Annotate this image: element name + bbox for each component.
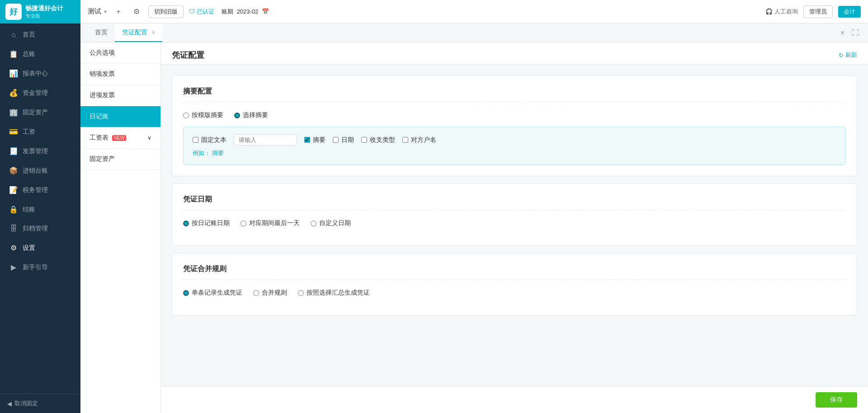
left-panel: 公共选项 销项发票 进项发票 日记账 工资表 NEW ∨ 固定资产 <box>80 42 161 413</box>
checkbox-counterparty[interactable]: 对方户名 <box>402 136 436 144</box>
radio-period-last-input[interactable] <box>241 221 246 226</box>
cancel-fixed-label: 取消固定 <box>14 399 38 408</box>
checkbox-fixed-text[interactable]: 固定文本 <box>193 136 226 144</box>
sidebar-item-assets[interactable]: 🏢 固定资产 <box>0 103 80 122</box>
tab-voucher-config-label: 凭证配置 <box>122 28 147 36</box>
checkbox-summary[interactable]: 摘要 <box>304 136 326 144</box>
settings-btn[interactable]: ⚙ <box>130 5 143 18</box>
tab-home[interactable]: 首页 <box>88 24 115 42</box>
checkbox-counterparty-input[interactable] <box>402 137 408 143</box>
radio-custom-date-input[interactable] <box>311 221 316 226</box>
tab-home-label: 首页 <box>95 28 108 36</box>
checkbox-date[interactable]: 日期 <box>333 136 354 144</box>
radio-select-summary[interactable]: 选择摘要 <box>234 111 268 119</box>
radio-custom-date[interactable]: 自定义日期 <box>311 219 351 227</box>
radio-summary-generate[interactable]: 按照选择汇总生成凭证 <box>298 289 370 297</box>
left-menu-sales-label: 销项发票 <box>90 70 115 78</box>
fullscreen-btn[interactable]: ⛶ <box>850 27 861 39</box>
summary-check-label: 摘要 <box>313 136 326 144</box>
sidebar-item-funds[interactable]: 💰 资金管理 <box>0 83 80 103</box>
accounting-period[interactable]: 账期 2023-02 📅 <box>222 8 269 16</box>
left-menu-journal[interactable]: 日记账 <box>80 106 160 127</box>
checkbox-summary-input[interactable] <box>304 137 310 143</box>
payment-type-label: 收支类型 <box>370 136 395 144</box>
sidebar-item-home[interactable]: ⌂ 首页 <box>0 25 80 44</box>
sidebar-item-label-sales: 进销台账 <box>23 167 48 175</box>
sidebar-item-label-invoice: 发票管理 <box>23 147 48 155</box>
assets-icon: 🏢 <box>9 108 18 117</box>
logo-text-group: 畅捷通好会计 专业版 <box>25 4 63 19</box>
radio-period-last-label: 对应期间最后一天 <box>249 219 300 227</box>
period-value: 2023-02 <box>237 8 259 15</box>
left-menu-payroll[interactable]: 工资表 NEW ∨ <box>80 127 160 149</box>
logo-icon: 好 <box>5 4 22 20</box>
radio-journal-date-input[interactable] <box>183 221 189 226</box>
refresh-icon: ↻ <box>839 52 844 59</box>
checkbox-payment-type[interactable]: 收支类型 <box>361 136 395 144</box>
radio-single[interactable]: 单条记录生成凭证 <box>183 289 242 297</box>
tab-voucher-config[interactable]: 凭证配置 × <box>115 24 162 42</box>
radio-template-input[interactable] <box>183 113 189 118</box>
sidebar-item-report[interactable]: 📊 报表中心 <box>0 64 80 83</box>
save-btn[interactable]: 保存 <box>816 392 857 408</box>
radio-summary-input[interactable] <box>298 290 304 296</box>
close-tab-btn[interactable]: × <box>839 27 846 39</box>
left-menu-journal-label: 日记账 <box>90 113 108 121</box>
role-btn[interactable]: 会计 <box>838 6 861 18</box>
checkbox-fixed-text-input[interactable] <box>193 137 198 143</box>
sidebar-item-label-home: 首页 <box>23 31 35 39</box>
calendar-icon: 📅 <box>262 8 269 15</box>
tab-bar: 首页 凭证配置 × × ⛶ <box>80 23 868 42</box>
radio-period-last[interactable]: 对应期间最后一天 <box>241 219 300 227</box>
fixed-text-input[interactable] <box>234 134 297 145</box>
radio-journal-date[interactable]: 按日记账日期 <box>183 219 230 227</box>
summary-config-box: 固定文本 摘要 日期 <box>183 127 846 165</box>
workspace-selector[interactable]: 测试 ▾ <box>88 7 107 16</box>
switch-old-btn[interactable]: 切到旧版 <box>148 5 184 18</box>
sidebar-item-guide[interactable]: ▶ 新手引导 <box>0 258 80 277</box>
left-menu-purchase-invoice[interactable]: 进项发票 <box>80 85 160 106</box>
date-section-title: 凭证日期 <box>183 195 846 210</box>
support-btn[interactable]: 🎧 人工咨询 <box>765 8 798 16</box>
sidebar-item-tax[interactable]: 📝 税务管理 <box>0 180 80 200</box>
sidebar-item-sales[interactable]: 📦 进销台账 <box>0 161 80 180</box>
sidebar-item-label-report: 报表中心 <box>23 70 48 78</box>
date-check-label: 日期 <box>341 136 354 144</box>
sidebar-logo: 好 畅捷通好会计 专业版 <box>0 0 80 23</box>
left-menu-fixed-assets[interactable]: 固定资产 <box>80 149 160 170</box>
sidebar-item-settings[interactable]: ⚙ 设置 <box>0 238 80 258</box>
sidebar-item-archive[interactable]: 🗄 归档管理 <box>0 219 80 238</box>
home-icon: ⌂ <box>9 31 18 39</box>
certified-text: 已认证 <box>197 8 214 16</box>
add-workspace-btn[interactable]: + <box>112 5 125 18</box>
merge-radio-group: 单条记录生成凭证 合并规则 按照选择汇总生成凭证 <box>183 289 846 297</box>
sidebar-item-label-assets: 固定资产 <box>23 108 48 117</box>
radio-select-input[interactable] <box>234 113 240 118</box>
support-text: 人工咨询 <box>774 8 798 16</box>
radio-merge[interactable]: 合并规则 <box>253 289 287 297</box>
tax-icon: 📝 <box>9 186 18 194</box>
page-footer: 保存 <box>161 386 868 413</box>
checkbox-payment-type-input[interactable] <box>361 137 367 143</box>
sidebar-item-ledger[interactable]: 📋 总账 <box>0 44 80 64</box>
example-text: 例如： 摘要 <box>193 149 836 157</box>
cancel-fixed-btn[interactable]: ◀ 取消固定 <box>0 394 80 413</box>
radio-merge-input[interactable] <box>253 290 259 296</box>
left-menu-public[interactable]: 公共选项 <box>80 42 160 64</box>
logo-sub: 专业版 <box>25 13 63 19</box>
fixed-text-label: 固定文本 <box>201 136 226 144</box>
checkbox-date-input[interactable] <box>333 137 339 143</box>
radio-template-summary[interactable]: 按模版摘要 <box>183 111 223 119</box>
merge-section-title: 凭证合并规则 <box>183 264 846 280</box>
left-menu-sales-invoice[interactable]: 销项发票 <box>80 64 160 85</box>
radio-single-input[interactable] <box>183 290 189 296</box>
refresh-btn[interactable]: ↻ 刷新 <box>839 51 857 59</box>
merge-section: 凭证合并规则 单条记录生成凭证 合并规则 按照选择汇总生成凭证 <box>172 253 857 315</box>
page-title: 凭证配置 <box>172 50 204 61</box>
sidebar-item-salary[interactable]: 💳 工资 <box>0 122 80 141</box>
user-btn[interactable]: 管理员 <box>803 5 833 18</box>
sidebar-item-label-tax: 税务管理 <box>23 186 48 194</box>
tab-voucher-config-close[interactable]: × <box>152 29 155 36</box>
sidebar-item-close[interactable]: 🔒 结账 <box>0 200 80 219</box>
sidebar-item-invoice[interactable]: 🧾 发票管理 <box>0 141 80 161</box>
